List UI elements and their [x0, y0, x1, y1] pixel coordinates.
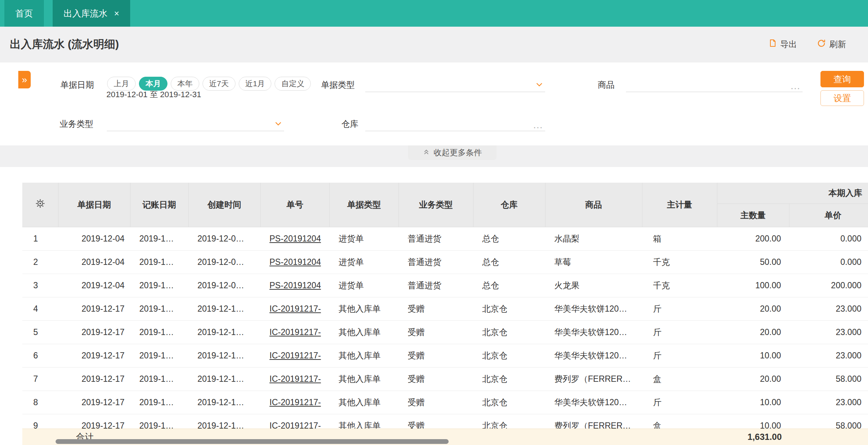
col-main-unit[interactable]: 主计量: [642, 183, 717, 227]
warehouse-select[interactable]: …: [365, 117, 545, 131]
table-cell: 200.000: [789, 274, 868, 297]
table-cell: 千克: [642, 250, 717, 274]
table-cell: 2019-1…: [130, 274, 188, 297]
date-range-value[interactable]: 2019-12-01 至 2019-12-31: [106, 89, 201, 100]
table-cell: 2019-12-17: [58, 297, 130, 320]
table-cell: 23.000: [789, 344, 868, 367]
table-cell: 0.000: [789, 250, 868, 274]
table-cell: 草莓: [545, 250, 642, 274]
doc-no-link[interactable]: IC-20191217-: [269, 351, 321, 360]
table-cell: 2019-1…: [130, 344, 188, 367]
col-doc-no[interactable]: 单号: [260, 183, 329, 227]
refresh-button[interactable]: 刷新: [817, 39, 846, 50]
table-cell: PS-20191204: [260, 274, 329, 297]
table-cell: 50.00: [717, 250, 789, 274]
table-cell: 受赠: [399, 297, 473, 320]
chevron-down-icon: [535, 80, 544, 90]
col-unit-price[interactable]: 单价: [789, 204, 868, 227]
table-cell: 箱: [642, 227, 717, 250]
table-cell: 北京仓: [473, 320, 545, 344]
product-select[interactable]: …: [626, 77, 803, 92]
product-label: 商品: [598, 79, 615, 91]
export-label: 导出: [780, 39, 797, 50]
col-product[interactable]: 商品: [545, 183, 642, 227]
table-row[interactable]: 82019-12-172019-1…2019-12-1…IC-20191217-…: [22, 391, 868, 414]
table-row[interactable]: 32019-12-042019-1…2019-12-0…PS-20191204进…: [22, 274, 868, 297]
doc-no-link[interactable]: IC-20191217-: [269, 398, 321, 407]
table-cell: 2019-12-04: [58, 250, 130, 274]
date-pill-1[interactable]: 本月: [139, 77, 167, 91]
table-cell: 200.00: [717, 227, 789, 250]
table-cell: 0.000: [789, 227, 868, 250]
col-create-time[interactable]: 创建时间: [188, 183, 260, 227]
table-cell: 2019-12-1…: [188, 297, 260, 320]
date-pill-4[interactable]: 近1月: [239, 77, 272, 91]
date-pill-2[interactable]: 本年: [171, 77, 199, 91]
col-doc-type[interactable]: 单据类型: [329, 183, 399, 227]
table-row[interactable]: 52019-12-172019-1…2019-12-1…IC-20191217-…: [22, 320, 868, 344]
col-doc-date[interactable]: 单据日期: [58, 183, 130, 227]
table-cell: 2019-12-0…: [188, 227, 260, 250]
table-cell: 普通进货: [399, 227, 473, 250]
table-cell: 3: [22, 274, 58, 297]
col-biz-type[interactable]: 业务类型: [399, 183, 473, 227]
table-cell: 10.00: [717, 344, 789, 367]
table-cell: IC-20191217-: [260, 391, 329, 414]
horizontal-scrollbar[interactable]: [56, 439, 449, 444]
date-pill-0[interactable]: 上月: [107, 77, 136, 91]
table-cell: 进货单: [329, 227, 399, 250]
search-button[interactable]: 查询: [820, 71, 864, 87]
table-cell: 2019-12-0…: [188, 250, 260, 274]
table-cell: 北京仓: [473, 367, 545, 391]
table-cell: 受赠: [399, 344, 473, 367]
table-row[interactable]: 42019-12-172019-1…2019-12-1…IC-20191217-…: [22, 297, 868, 320]
table-row[interactable]: 22019-12-042019-1…2019-12-0…PS-20191204进…: [22, 250, 868, 274]
table-body: 12019-12-042019-1…2019-12-0…PS-20191204进…: [22, 227, 868, 437]
product-more-icon[interactable]: …: [790, 81, 801, 91]
warehouse-label: 仓库: [341, 118, 358, 130]
date-pill-3[interactable]: 近7天: [203, 77, 235, 91]
table-cell: PS-20191204: [260, 250, 329, 274]
double-chevron-up-icon: [423, 148, 430, 157]
table-cell: 23.000: [789, 297, 868, 320]
col-warehouse[interactable]: 仓库: [473, 183, 545, 227]
biz-type-select[interactable]: [107, 117, 284, 131]
doc-no-link[interactable]: IC-20191217-: [269, 374, 321, 384]
col-main-qty[interactable]: 主数量: [717, 204, 789, 227]
table-row[interactable]: 62019-12-172019-1…2019-12-1…IC-20191217-…: [22, 344, 868, 367]
export-button[interactable]: 导出: [768, 39, 797, 50]
warehouse-more-icon[interactable]: …: [533, 120, 544, 130]
table-cell: 受赠: [399, 367, 473, 391]
table-cell: 普通进货: [399, 274, 473, 297]
doc-no-link[interactable]: PS-20191204: [269, 281, 321, 290]
tab-inout-flow[interactable]: 出入库流水 ×: [53, 0, 130, 27]
table-cell: 2019-12-1…: [188, 344, 260, 367]
table-cell: 6: [22, 344, 58, 367]
doc-no-link[interactable]: PS-20191204: [269, 234, 321, 243]
doc-type-select[interactable]: [365, 77, 545, 92]
collapse-more-label: 收起更多条件: [434, 147, 482, 158]
column-config-button[interactable]: [22, 183, 58, 227]
table-cell: 2019-12-17: [58, 391, 130, 414]
doc-no-link[interactable]: IC-20191217-: [269, 304, 321, 313]
doc-no-link[interactable]: PS-20191204: [269, 257, 321, 267]
doc-date-label: 单据日期: [60, 79, 94, 91]
table-cell: 2019-1…: [130, 367, 188, 391]
tab-home[interactable]: 首页: [4, 0, 44, 27]
table-cell: PS-20191204: [260, 227, 329, 250]
table-row[interactable]: 72019-12-172019-1…2019-12-1…IC-20191217-…: [22, 367, 868, 391]
table-row[interactable]: 12019-12-042019-1…2019-12-0…PS-20191204进…: [22, 227, 868, 250]
table-cell: 1: [22, 227, 58, 250]
tab-close-icon[interactable]: ×: [114, 8, 119, 19]
table-cell: 2019-1…: [130, 227, 188, 250]
table-cell: IC-20191217-: [260, 367, 329, 391]
col-account-date[interactable]: 记账日期: [130, 183, 188, 227]
table-cell: 水晶梨: [545, 227, 642, 250]
filter-collapse-side-button[interactable]: »: [18, 71, 31, 88]
doc-no-link[interactable]: IC-20191217-: [269, 327, 321, 337]
collapse-more-conditions[interactable]: 收起更多条件: [408, 145, 497, 160]
table-cell: 进货单: [329, 274, 399, 297]
settings-button[interactable]: 设置: [820, 90, 864, 106]
table-cell: 20.00: [717, 320, 789, 344]
date-pill-5[interactable]: 自定义: [275, 77, 311, 91]
